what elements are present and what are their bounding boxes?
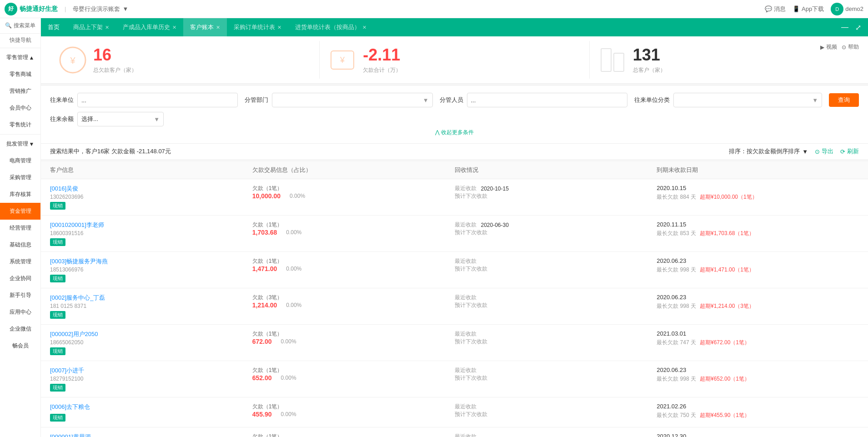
tab-product-listing[interactable]: 商品上下架 ✕ bbox=[66, 18, 116, 36]
debt-cell: 欠款（1笔） 429.00 0.00% bbox=[252, 433, 455, 437]
customer-phone: 181 0125 8371 bbox=[50, 303, 252, 309]
debt-percent: 0.00% bbox=[286, 302, 301, 308]
chevron-down-icon-balance: ▼ bbox=[154, 116, 160, 123]
help-button[interactable]: ⊙ 帮助 bbox=[842, 43, 859, 51]
overdue-text[interactable]: 超期¥672.00（1笔） bbox=[700, 339, 750, 347]
sidebar-item-purchase[interactable]: 采购管理 bbox=[0, 169, 40, 186]
col-header-debt-info: 欠款交易信息（占比） bbox=[252, 166, 455, 174]
sidebar-item-app-center[interactable]: 应用中心 bbox=[0, 304, 40, 321]
filter-select-dept[interactable]: ▼ bbox=[272, 93, 432, 107]
payback-label: 最近收款 bbox=[455, 433, 477, 437]
tab-home[interactable]: 首页 bbox=[41, 18, 66, 36]
svg-text:¥: ¥ bbox=[340, 55, 345, 65]
sidebar-item-retail-mall[interactable]: 零售商城 bbox=[0, 66, 40, 83]
sidebar: 🔍 搜索菜单 快捷导航 零售管理 ▲ 零售商城 营销推广 会员中心 零售统计 bbox=[0, 18, 41, 437]
stat-actions: ▶ 视频 ⊙ 帮助 bbox=[820, 43, 859, 51]
overdue-text[interactable]: 超期¥1,703.68（1笔） bbox=[700, 230, 754, 237]
sidebar-item-inventory[interactable]: 库存核算 bbox=[0, 186, 40, 203]
sidebar-item-label: 零售管理 bbox=[6, 54, 28, 61]
logo-icon: 好 bbox=[5, 3, 17, 15]
customer-phone: 18665062050 bbox=[50, 339, 252, 346]
customer-id-link[interactable]: [0002]服务中心_丁磊 bbox=[50, 294, 252, 302]
tab-close-icon2[interactable]: ✕ bbox=[172, 25, 176, 30]
customer-id-link[interactable]: [0003]畅捷服务尹海燕 bbox=[50, 257, 252, 266]
customer-id-link[interactable]: [0016]吴俊 bbox=[50, 185, 252, 193]
tab-close-icon4[interactable]: ✕ bbox=[277, 25, 281, 30]
debt-cell: 欠款（1笔） 1,471.00 0.00% bbox=[252, 257, 455, 272]
sidebar-item-label: 经营管理 bbox=[10, 225, 31, 231]
stat-icon-debt: ¥ bbox=[329, 46, 356, 74]
customer-tag: 现销 bbox=[50, 384, 65, 392]
sidebar-item-retail-management[interactable]: 零售管理 ▲ bbox=[0, 49, 40, 66]
collapse-button[interactable]: ⋀ 收起更多条件 bbox=[50, 129, 859, 136]
filter-input-unit[interactable]: ... bbox=[77, 93, 238, 107]
sidebar-search[interactable]: 🔍 搜索菜单 bbox=[0, 18, 40, 34]
tab-close-icon5[interactable]: ✕ bbox=[362, 25, 366, 30]
sort-selector[interactable]: 排序：按欠款金额倒序排序 ▼ bbox=[729, 147, 808, 156]
due-date-cell: 2020.10.15 最长欠款 884 天 超期¥10,000.00（1笔） bbox=[657, 185, 859, 201]
filter-select-category[interactable]: ▼ bbox=[673, 93, 822, 107]
customer-id-link[interactable]: [0007]小进千 bbox=[50, 367, 252, 375]
customer-id-link[interactable]: [000002]用户2050 bbox=[50, 330, 252, 338]
sidebar-item-wholesale[interactable]: 批发管理 ▼ bbox=[0, 136, 40, 152]
sidebar-item-label: 企业微信 bbox=[10, 326, 31, 332]
payback-label: 最近收款 bbox=[455, 403, 477, 411]
tab-close-icon[interactable]: ✕ bbox=[105, 25, 109, 30]
due-date-cell: 2020.06.23 最长欠款 998 天 超期¥1,471.00（1笔） bbox=[657, 257, 859, 274]
debt-cell: 欠款（1笔） 672.00 0.00% bbox=[252, 330, 455, 345]
payback-label: 最近收款 bbox=[455, 367, 477, 374]
tab-purchase-order-stats[interactable]: 采购订单统计表 ✕ bbox=[227, 18, 288, 36]
filter-select-balance[interactable]: 选择... ▼ bbox=[77, 112, 164, 126]
overdue-days: 最长欠款 884 天 bbox=[657, 193, 696, 201]
tab-minimize-button[interactable]: — bbox=[839, 22, 850, 33]
user-avatar-area[interactable]: D demo2 bbox=[831, 3, 863, 15]
due-date-cell: 2021.03.01 最长欠款 747 天 超期¥672.00（1笔） bbox=[657, 330, 859, 347]
sidebar-item-newbie-guide[interactable]: 新手引导 bbox=[0, 287, 40, 304]
overdue-text[interactable]: 超期¥652.00（1笔） bbox=[700, 375, 750, 383]
store-dropdown-icon: ▼ bbox=[122, 5, 128, 12]
payback-label: 最近收款 bbox=[455, 221, 477, 229]
tab-product-inbound-history[interactable]: 产成品入库单历史 ✕ bbox=[116, 18, 183, 36]
filter-input-person[interactable]: ... bbox=[467, 93, 627, 107]
message-button[interactable]: 💬 消息 bbox=[765, 5, 786, 13]
customer-id-link[interactable]: [0006]去下粮仓 bbox=[50, 403, 252, 411]
avatar: D bbox=[831, 3, 843, 15]
overdue-text[interactable]: 超期¥1,214.00（3笔） bbox=[700, 302, 754, 310]
sidebar-item-marketing[interactable]: 营销推广 bbox=[0, 83, 40, 100]
app-download-button[interactable]: 📱 App下载 bbox=[793, 5, 824, 13]
export-button[interactable]: ⊙ 导出 bbox=[815, 147, 833, 156]
sidebar-item-enterprise-collab[interactable]: 企业协同 bbox=[0, 270, 40, 287]
app-title: 畅捷通好生意 bbox=[20, 5, 58, 13]
sidebar-item-operations[interactable]: 经营管理 bbox=[0, 220, 40, 236]
sidebar-quick-nav[interactable]: 快捷导航 bbox=[0, 34, 40, 47]
sidebar-item-ecommerce[interactable]: 电商管理 bbox=[0, 152, 40, 169]
sidebar-item-member-center[interactable]: 会员中心 bbox=[0, 100, 40, 116]
sidebar-item-label: 畅会员 bbox=[12, 342, 29, 349]
sidebar-item-chang-member[interactable]: 畅会员 bbox=[0, 337, 40, 354]
video-button[interactable]: ▶ 视频 bbox=[820, 43, 837, 51]
sidebar-item-retail-stats[interactable]: 零售统计 bbox=[0, 116, 40, 133]
overdue-days: 最长欠款 747 天 bbox=[657, 339, 696, 347]
sidebar-item-system[interactable]: 系统管理 bbox=[0, 253, 40, 270]
sidebar-item-finance[interactable]: 资金管理 bbox=[0, 203, 40, 220]
refresh-button[interactable]: ⟳ 刷新 bbox=[840, 147, 859, 156]
search-button[interactable]: 查询 bbox=[829, 93, 859, 107]
filter-dots-icon2: ... bbox=[471, 97, 476, 104]
tab-close-icon3[interactable]: ✕ bbox=[216, 25, 220, 30]
debt-label: 欠款（1笔） bbox=[252, 403, 455, 411]
overdue-text[interactable]: 超期¥455.90（1笔） bbox=[700, 412, 750, 419]
sidebar-item-label: 新手引导 bbox=[10, 292, 31, 298]
store-selector[interactable]: 母婴行业演示账套 ▼ bbox=[73, 5, 128, 13]
table-body: [0016]吴俊 13026203696 现销 欠款（1笔） 10,000.00… bbox=[41, 179, 868, 437]
tab-bar-actions: — ⤢ bbox=[839, 22, 868, 33]
overdue-text[interactable]: 超期¥10,000.00（1笔） bbox=[700, 193, 758, 201]
customer-id-link[interactable]: [000001]黄思源 bbox=[50, 433, 252, 437]
debt-percent: 0.00% bbox=[286, 229, 301, 236]
overdue-text[interactable]: 超期¥1,471.00（1笔） bbox=[700, 266, 754, 274]
tab-customer-ledger[interactable]: 客户账本 ✕ bbox=[183, 18, 227, 36]
customer-id-link[interactable]: [0001020001]李老师 bbox=[50, 221, 252, 229]
tab-inbound-stats-by-product[interactable]: 进货单统计表（按商品） ✕ bbox=[288, 18, 373, 36]
sidebar-item-enterprise-wechat[interactable]: 企业微信 bbox=[0, 321, 40, 337]
sidebar-item-basic-info[interactable]: 基础信息 bbox=[0, 236, 40, 253]
tab-maximize-button[interactable]: ⤢ bbox=[853, 22, 863, 33]
